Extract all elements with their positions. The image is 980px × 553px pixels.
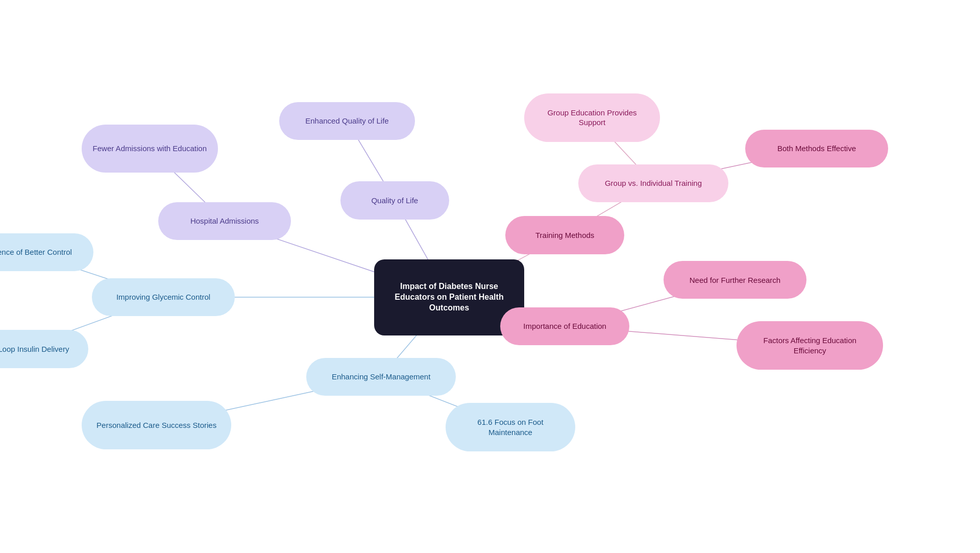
node-improving-glycemic[interactable]: Improving Glycemic Control <box>92 278 235 316</box>
node-training-methods[interactable]: Training Methods <box>505 216 624 254</box>
node-quality-of-life[interactable]: Quality of Life <box>340 181 449 219</box>
node-personalized-care[interactable]: Personalized Care Success Stories <box>82 401 231 449</box>
node-group-education[interactable]: Group Education Provides Support <box>524 93 660 142</box>
node-need-research[interactable]: Need for Further Research <box>664 261 806 299</box>
node-enhancing-self[interactable]: Enhancing Self-Management <box>306 358 456 396</box>
node-enhanced-quality[interactable]: Enhanced Quality of Life <box>279 102 415 140</box>
node-closed-loop[interactable]: Closed-Loop Insulin Delivery <box>0 330 88 368</box>
node-evidence-better[interactable]: Evidence of Better Control <box>0 233 93 271</box>
node-group-vs-individual[interactable]: Group vs. Individual Training <box>578 164 728 202</box>
node-hospital-admissions[interactable]: Hospital Admissions <box>158 202 291 240</box>
node-importance-education[interactable]: Importance of Education <box>500 307 629 345</box>
mind-map: Impact of Diabetes Nurse Educators on Pa… <box>0 0 980 553</box>
node-both-methods[interactable]: Both Methods Effective <box>745 130 888 167</box>
node-fewer-admissions[interactable]: Fewer Admissions with Education <box>82 125 218 173</box>
node-factors-affecting[interactable]: Factors Affecting Education Efficiency <box>737 321 883 370</box>
node-foot-maintenance[interactable]: 61.6 Focus on Foot Maintenance <box>446 403 575 451</box>
